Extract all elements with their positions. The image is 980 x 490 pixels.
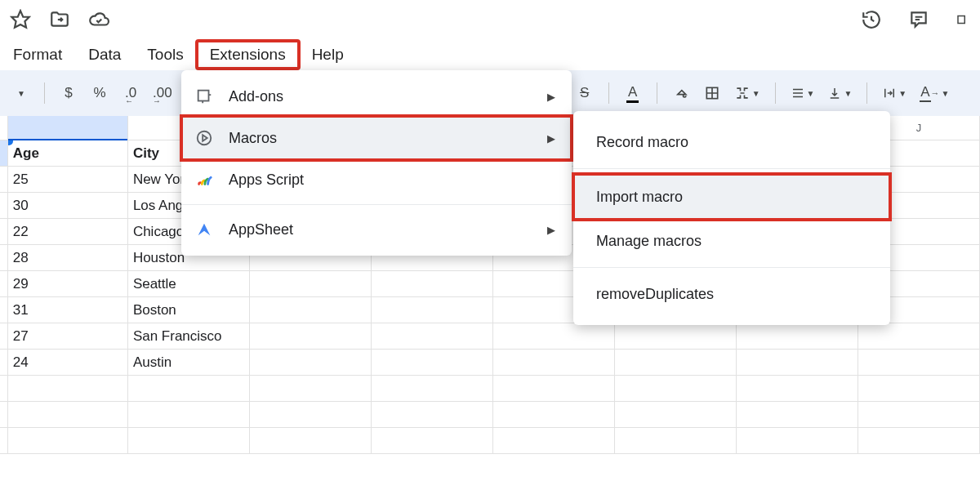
cell[interactable]: 30 — [8, 193, 128, 219]
menu-data[interactable]: Data — [75, 41, 134, 69]
menu-extensions[interactable]: Extensions — [197, 41, 299, 69]
menu-item-label: Manage macros — [596, 233, 702, 250]
svg-rect-2 — [198, 91, 209, 101]
menu-item-label: Import macro — [596, 189, 683, 206]
menu-addons[interactable]: Add-ons ▶ — [181, 77, 572, 116]
cell[interactable]: 27 — [8, 323, 128, 350]
cell[interactable]: 25 — [8, 167, 128, 193]
cell[interactable]: 28 — [8, 245, 128, 271]
macros-icon — [194, 128, 214, 148]
menu-item-label: Add-ons — [229, 88, 283, 105]
svg-marker-0 — [11, 11, 29, 28]
menu-format[interactable]: Format — [0, 41, 75, 69]
cell[interactable]: 24 — [8, 350, 128, 376]
apps-script-icon — [194, 170, 214, 189]
menu-apps-script[interactable]: Apps Script — [181, 160, 572, 199]
history-icon[interactable] — [861, 9, 882, 30]
extensions-dropdown: Add-ons ▶ Macros ▶ Apps Script AppSheet … — [181, 70, 572, 256]
vertical-align-button[interactable]: ▼ — [824, 78, 855, 108]
cell[interactable]: Boston — [128, 297, 250, 323]
macros-submenu: Record macro Import macro Manage macros … — [573, 111, 890, 325]
cell[interactable]: San Francisco — [128, 323, 250, 350]
more-toolbar-dropdown[interactable]: ▼ — [8, 78, 33, 108]
comment-icon[interactable] — [908, 9, 929, 30]
percent-button[interactable]: % — [87, 78, 112, 108]
svg-point-3 — [198, 131, 212, 145]
borders-button[interactable] — [700, 78, 724, 108]
cell[interactable]: 29 — [8, 271, 128, 297]
menu-appsheet[interactable]: AppSheet ▶ — [181, 210, 572, 249]
cell[interactable]: 31 — [8, 297, 128, 323]
appsheet-icon — [194, 220, 214, 239]
menu-import-macro[interactable]: Import macro — [573, 174, 890, 220]
cell[interactable]: Austin — [128, 350, 250, 376]
text-rotation-button[interactable]: A→▼ — [916, 78, 952, 108]
submenu-arrow-icon: ▶ — [547, 91, 555, 103]
star-icon[interactable] — [10, 9, 31, 30]
menu-item-label: Macros — [229, 130, 277, 147]
addons-icon — [194, 87, 214, 106]
text-wrap-button[interactable]: ▼ — [879, 78, 910, 108]
fill-color-button[interactable] — [669, 78, 693, 108]
menu-bar: Format Data Tools Extensions Help — [0, 39, 980, 70]
menu-custom-macro[interactable]: removeDuplicates — [573, 273, 890, 315]
menu-item-label: Apps Script — [229, 172, 304, 189]
menu-item-label: Record macro — [596, 134, 688, 151]
menu-record-macro[interactable]: Record macro — [573, 121, 890, 163]
submenu-arrow-icon: ▶ — [547, 224, 555, 236]
decrease-decimal-button[interactable]: .0← — [118, 78, 143, 108]
cell[interactable]: Seattle — [128, 271, 250, 297]
currency-button[interactable]: $ — [56, 78, 81, 108]
move-folder-icon[interactable] — [49, 9, 70, 30]
increase-decimal-button[interactable]: .00→ — [149, 78, 176, 108]
menu-item-label: AppSheet — [229, 221, 293, 238]
menu-help[interactable]: Help — [299, 41, 357, 69]
column-header[interactable] — [8, 116, 128, 140]
menu-item-label: removeDuplicates — [596, 286, 714, 303]
menu-macros[interactable]: Macros ▶ — [181, 116, 572, 160]
cloud-saved-icon[interactable] — [88, 9, 109, 30]
meet-icon[interactable] — [956, 9, 970, 30]
strikethrough-button[interactable]: S — [572, 78, 597, 108]
menu-manage-macros[interactable]: Manage macros — [573, 220, 890, 262]
horizontal-align-button[interactable]: ▼ — [787, 78, 818, 108]
cell[interactable]: Age — [8, 140, 128, 167]
text-color-button[interactable]: A — [621, 78, 645, 108]
title-bar — [0, 0, 980, 39]
cell[interactable]: 22 — [8, 219, 128, 245]
merge-cells-button[interactable]: ▼ — [731, 78, 764, 108]
menu-tools[interactable]: Tools — [134, 41, 196, 69]
submenu-arrow-icon: ▶ — [547, 132, 555, 145]
